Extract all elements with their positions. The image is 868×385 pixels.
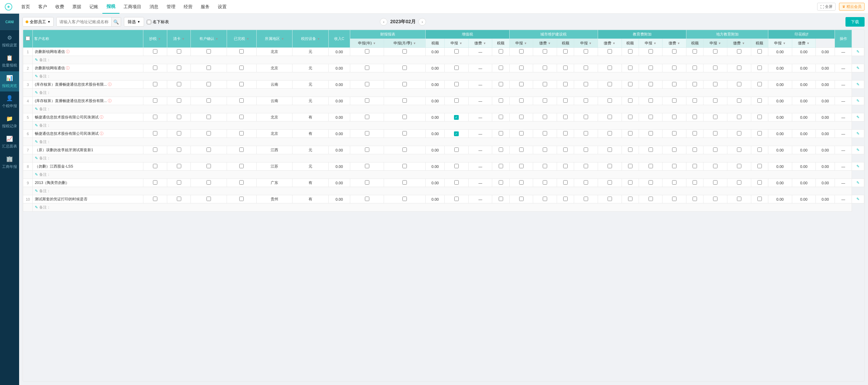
caibao-checkbox[interactable] [365, 147, 369, 152]
note-edit-icon[interactable]: ✎ [35, 205, 38, 209]
tax-checkbox[interactable] [649, 131, 653, 136]
tax-checkbox[interactable] [737, 98, 741, 103]
row-checkbox[interactable] [177, 147, 181, 152]
tax-checkbox[interactable] [628, 164, 632, 168]
caibao-checkbox[interactable] [365, 98, 369, 103]
tax-checkbox[interactable] [757, 115, 762, 119]
caibao-checkbox[interactable] [402, 164, 407, 168]
tax-checkbox[interactable] [693, 197, 697, 201]
sidebar-item-baoshuijilu[interactable]: 📁 报税记录 [0, 112, 19, 132]
nav-message[interactable]: 消息 [145, 0, 162, 14]
tax-checkbox[interactable] [543, 82, 547, 86]
tax-checkbox[interactable] [737, 66, 741, 70]
row-checkbox[interactable] [239, 131, 244, 136]
tax-checkbox[interactable] [499, 164, 503, 168]
tax-checkbox[interactable] [608, 66, 612, 70]
next-month-button[interactable]: › [418, 18, 426, 26]
tax-checkbox[interactable] [737, 180, 741, 185]
tax-checkbox[interactable] [737, 131, 741, 136]
prev-month-button[interactable]: ‹ [380, 18, 387, 26]
tax-checkbox[interactable] [737, 147, 741, 152]
row-checkbox[interactable] [239, 197, 244, 201]
nav-customer[interactable]: 客户 [34, 0, 51, 14]
tax-checkbox[interactable] [499, 66, 503, 70]
tax-checkbox[interactable] [757, 131, 762, 136]
row-checkbox[interactable] [153, 180, 157, 185]
tax-checkbox[interactable] [543, 147, 547, 152]
sidebar-item-baoshuishezhi[interactable]: ⚙ 报税设置 [0, 31, 19, 51]
tax-checkbox[interactable] [672, 131, 677, 136]
caibao-checkbox[interactable] [365, 49, 369, 54]
nav-tax[interactable]: 报税 [102, 0, 119, 14]
tax-checkbox[interactable] [563, 98, 568, 103]
my-list-checkbox[interactable] [147, 20, 151, 24]
edit-icon[interactable]: ✎ [856, 197, 859, 201]
edit-icon[interactable]: ✎ [856, 131, 859, 136]
sidebar-item-piliangshaoshui[interactable]: 📋 批量报税 [0, 51, 19, 71]
tax-checkbox[interactable] [543, 115, 547, 119]
sidebar-item-huizongmianbiao[interactable]: 📈 汇总面表 [0, 132, 19, 152]
tax-checkbox[interactable] [543, 98, 547, 103]
row-checkbox[interactable] [177, 180, 181, 185]
tax-checkbox[interactable] [519, 164, 524, 168]
tax-checkbox[interactable] [672, 115, 677, 119]
nav-service[interactable]: 服务 [197, 0, 214, 14]
tax-checkbox[interactable] [499, 131, 503, 136]
row-checkbox[interactable] [207, 49, 211, 54]
tax-checkbox[interactable] [628, 180, 632, 185]
tax-checkbox[interactable] [713, 66, 717, 70]
caibao-checkbox[interactable] [402, 82, 407, 86]
tax-checkbox[interactable] [543, 49, 547, 54]
tax-checkbox[interactable] [693, 82, 697, 86]
row-checkbox[interactable] [153, 164, 157, 168]
tax-checkbox[interactable] [713, 131, 717, 136]
caibao-checkbox[interactable] [365, 66, 369, 70]
zz-shenbao-checkbox[interactable] [454, 147, 459, 152]
caibao-checkbox[interactable] [402, 131, 407, 136]
caibao-checkbox[interactable] [402, 180, 407, 185]
zz-shenbao-checkbox[interactable] [454, 66, 459, 70]
tax-checkbox[interactable] [584, 164, 588, 168]
nav-invoice[interactable]: 票据 [68, 0, 85, 14]
row-checkbox[interactable] [239, 164, 244, 168]
tax-checkbox[interactable] [563, 164, 568, 168]
note-edit-icon[interactable]: ✎ [35, 74, 38, 78]
row-checkbox[interactable] [153, 115, 157, 119]
tax-checkbox[interactable] [693, 131, 697, 136]
tax-checkbox[interactable] [628, 147, 632, 152]
sidebar-item-baoshuijinglan[interactable]: 📊 报税浏览 [0, 71, 19, 91]
tax-checkbox[interactable] [628, 49, 632, 54]
edit-icon[interactable]: ✎ [856, 115, 859, 119]
tax-checkbox[interactable] [608, 131, 612, 136]
row-checkbox[interactable] [207, 164, 211, 168]
tax-checkbox[interactable] [628, 197, 632, 201]
tax-checkbox[interactable] [584, 49, 588, 54]
tax-checkbox[interactable] [649, 98, 653, 103]
row-checkbox[interactable] [177, 197, 181, 201]
tax-checkbox[interactable] [608, 115, 612, 119]
tax-checkbox[interactable] [757, 49, 762, 54]
tax-checkbox[interactable] [499, 147, 503, 152]
tax-checkbox[interactable] [757, 164, 762, 168]
note-edit-icon[interactable]: ✎ [35, 107, 38, 111]
sidebar-item-gongshangnianb[interactable]: 🏢 工商年报 [0, 152, 19, 172]
tax-checkbox[interactable] [543, 197, 547, 201]
row-checkbox[interactable] [153, 49, 157, 54]
tax-checkbox[interactable] [713, 180, 717, 185]
tax-checkbox[interactable] [608, 147, 612, 152]
vip-button[interactable]: ♛ 稻云会员 [839, 3, 865, 11]
tax-checkbox[interactable] [563, 197, 568, 201]
tax-checkbox[interactable] [649, 197, 653, 201]
row-checkbox[interactable] [239, 147, 244, 152]
edit-icon[interactable]: ✎ [856, 148, 859, 152]
caibao-checkbox[interactable] [365, 115, 369, 119]
tax-checkbox[interactable] [584, 147, 588, 152]
tax-checkbox[interactable] [519, 66, 524, 70]
tax-checkbox[interactable] [757, 180, 762, 185]
zz-shenbao-checkbox[interactable] [454, 98, 459, 103]
row-checkbox[interactable] [153, 98, 157, 103]
row-checkbox[interactable] [153, 197, 157, 201]
tax-checkbox[interactable] [693, 115, 697, 119]
tax-checkbox[interactable] [519, 197, 524, 201]
tax-checkbox[interactable] [519, 98, 524, 103]
